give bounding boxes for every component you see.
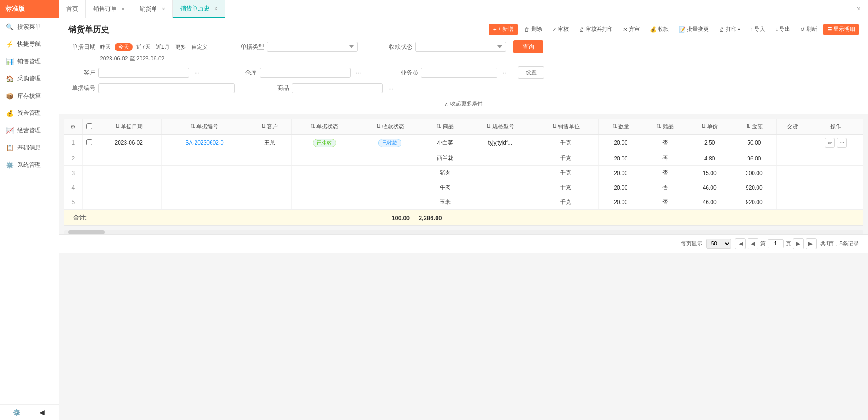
col-spec-header[interactable]: ⇅ 规格型号	[467, 119, 533, 135]
staff-ellipsis[interactable]: ···	[500, 68, 511, 77]
filter-row-2: 客户 ··· 仓库 ··· 业务员 ··· 设置	[68, 66, 859, 79]
sidebar-item-search[interactable]: 🔍 搜索菜单	[0, 18, 59, 35]
sidebar-item-operation[interactable]: 📈 经营管理	[0, 122, 59, 139]
shortcut-today[interactable]: 今天	[115, 43, 133, 51]
audit-print-button[interactable]: 🖨 审核并打印	[575, 24, 617, 35]
doc-type-select[interactable]	[267, 42, 358, 52]
col-customer-header[interactable]: ⇅ 客户	[247, 119, 292, 135]
staff-label: 业务员	[391, 69, 418, 77]
shortcut-yesterday[interactable]: 昨天	[98, 43, 113, 51]
row2-docnum	[161, 151, 247, 166]
row1-goods: 小白菜	[423, 135, 467, 151]
row2-delivery	[776, 151, 809, 166]
col-date-header[interactable]: ⇅ 单据日期	[96, 119, 161, 135]
batch-change-button[interactable]: 📝 批量变更	[675, 24, 712, 35]
row1-more-button[interactable]: ⋯	[837, 138, 847, 148]
docnum-input[interactable]	[98, 83, 235, 93]
col-price-header[interactable]: ⇅ 单价	[687, 119, 732, 135]
audit-icon: ✓	[552, 26, 557, 33]
row2-docstatus	[292, 151, 357, 166]
tab-sales-order-close[interactable]: ×	[121, 6, 125, 12]
row1-docnum-link[interactable]: SA-20230602-0	[186, 140, 224, 146]
col-unit-header[interactable]: ⇅ 销售单位	[533, 119, 598, 135]
print-button[interactable]: 🖨 打印 ▾	[715, 24, 744, 35]
page-first-button[interactable]: |◀	[735, 238, 746, 249]
sidebar-item-shortcut[interactable]: ⚡ 快捷导航	[0, 35, 59, 53]
cancel-audit-button[interactable]: ✕ 弃审	[619, 24, 643, 35]
sort-docnum-icon: ⇅	[191, 123, 195, 130]
shortcut-7days[interactable]: 近7天	[135, 43, 152, 51]
show-detail-button[interactable]: ☰ 显示明细	[823, 24, 859, 35]
row4-docstatus	[292, 180, 357, 195]
box-icon: 📦	[5, 92, 14, 100]
row5-qty: 20.00	[598, 195, 643, 210]
row2-check	[82, 151, 96, 166]
tab-sales-history-close[interactable]: ×	[214, 5, 217, 12]
refresh-button[interactable]: ↺ 刷新	[797, 24, 821, 35]
query-button[interactable]: 查询	[513, 40, 543, 53]
data-table: ⚙ ⇅ 单据日期 ⇅ 单据编号 ⇅ 客户 ⇅ 单据状态 ⇅ 收款状态 ⇅ 商品 …	[64, 119, 863, 210]
col-docnum-header[interactable]: ⇅ 单据编号	[161, 119, 247, 135]
collapse-icon[interactable]: ◀	[38, 408, 46, 416]
sidebar-item-sales[interactable]: 📊 销售管理	[0, 53, 59, 70]
filter-area: 单据日期 昨天 今天 近7天 近1月 更多 自定义 单据类型	[68, 40, 859, 110]
add-button[interactable]: + + 新增	[489, 24, 518, 35]
tab-sales-history[interactable]: 销货单历史 ×	[173, 0, 225, 18]
row2-goods: 西兰花	[423, 151, 467, 166]
collapse-chevron-icon: ∧	[444, 101, 448, 107]
page-size-select[interactable]: 20 50 100	[706, 239, 731, 249]
sidebar-item-finance[interactable]: 💰 资金管理	[0, 105, 59, 122]
tab-sales-goods[interactable]: 销货单 ×	[132, 0, 173, 18]
scroll-thumb[interactable]	[68, 230, 105, 234]
row4-qty: 20.00	[598, 180, 643, 195]
sidebar-item-basic[interactable]: 📋 基础信息	[0, 139, 59, 156]
settings-button[interactable]: 设置	[518, 66, 544, 79]
row1-docstatus: 已生效	[292, 135, 357, 151]
collapse-button[interactable]: ∧ 收起更多条件	[68, 98, 859, 110]
col-gift-header[interactable]: ⇅ 赠品	[643, 119, 687, 135]
shortcut-custom[interactable]: 自定义	[190, 43, 210, 51]
row2-customer	[247, 151, 292, 166]
page-next-button[interactable]: ▶	[793, 238, 804, 249]
row1-edit-button[interactable]: ✏	[825, 138, 835, 148]
collect-button[interactable]: 💰 收款	[646, 24, 672, 35]
delete-button[interactable]: 🗑 删除	[521, 24, 546, 35]
staff-input[interactable]	[421, 68, 497, 78]
import-button[interactable]: ↑ 导入	[747, 24, 769, 35]
shortcut-1month[interactable]: 近1月	[154, 43, 172, 51]
settings-bottom-icon[interactable]: ⚙️	[12, 408, 20, 416]
sidebar-item-operation-label: 经营管理	[17, 126, 41, 135]
window-close-button[interactable]: ×	[849, 5, 868, 13]
sort-unit-icon: ⇅	[552, 123, 557, 130]
audit-button[interactable]: ✓ 审核	[548, 24, 572, 35]
col-qty-header[interactable]: ⇅ 数量	[598, 119, 643, 135]
warehouse-ellipsis[interactable]: ···	[353, 68, 364, 77]
tab-sales-order[interactable]: 销售订单 ×	[86, 0, 132, 18]
sidebar-item-system[interactable]: ⚙️ 系统管理	[0, 156, 59, 174]
page-prev-button[interactable]: ◀	[748, 238, 758, 249]
payment-status-select[interactable]	[415, 42, 506, 52]
goods-input[interactable]	[292, 83, 383, 93]
tab-sales-goods-close[interactable]: ×	[162, 6, 165, 12]
shortcut-more[interactable]: 更多	[173, 43, 188, 51]
customer-input[interactable]	[98, 68, 189, 78]
horizontal-scrollbar[interactable]	[64, 230, 863, 234]
warehouse-input[interactable]	[260, 68, 351, 78]
col-amount-header[interactable]: ⇅ 金额	[732, 119, 777, 135]
row1-checkbox[interactable]	[86, 139, 92, 145]
page-number-input[interactable]	[768, 239, 784, 248]
select-all-checkbox[interactable]	[86, 123, 92, 129]
page-label: 第	[760, 240, 766, 248]
col-docstatus-header[interactable]: ⇅ 单据状态	[292, 119, 357, 135]
sidebar-item-inventory[interactable]: 📦 库存核算	[0, 87, 59, 105]
collect-icon: 💰	[650, 26, 657, 33]
col-goods-header[interactable]: ⇅ 商品	[423, 119, 467, 135]
export-button[interactable]: ↓ 导出	[772, 24, 794, 35]
customer-ellipsis[interactable]: ···	[192, 68, 202, 77]
tab-home[interactable]: 首页	[59, 0, 86, 18]
goods-label: 商品	[262, 84, 289, 92]
sidebar-item-purchase[interactable]: 🏠 采购管理	[0, 70, 59, 87]
page-last-button[interactable]: ▶|	[806, 238, 817, 249]
col-payment-header[interactable]: ⇅ 收款状态	[357, 119, 423, 135]
goods-ellipsis[interactable]: ···	[386, 84, 396, 93]
